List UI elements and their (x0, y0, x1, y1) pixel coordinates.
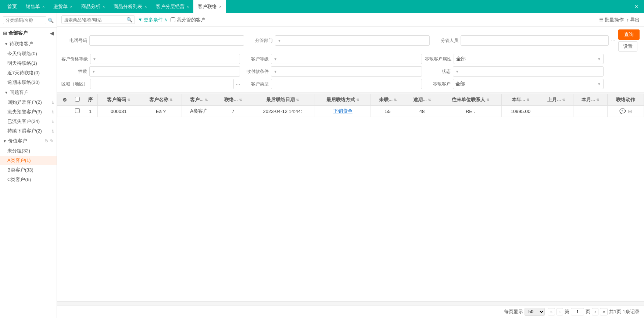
grid-icon: ⊞ (3, 31, 7, 36)
filter-nature-select[interactable]: ▼ (89, 66, 240, 77)
col-not-contacted[interactable]: 未联...⇅ (371, 94, 405, 106)
last-page-btn[interactable]: » (600, 308, 608, 315)
query-button[interactable]: 查询 (618, 29, 640, 40)
prev-page-btn[interactable]: ‹ (557, 308, 563, 315)
sidebar-search-icon[interactable]: 🔍 (48, 18, 54, 23)
row-checkbox[interactable] (75, 108, 80, 113)
sidebar-item-repurchase-abnormal[interactable]: 回购异常客户(2) ℹ (0, 98, 57, 107)
nav-product-analysis-list[interactable]: 商品分析列表 × (109, 0, 151, 13)
filter-region-input[interactable] (90, 79, 234, 89)
nav-sales-order-close[interactable]: × (42, 4, 44, 9)
edit-icon[interactable]: ✎ (50, 138, 54, 144)
sidebar-group-pending-contact[interactable]: ▼ 待联络客户 (0, 39, 57, 49)
col-contacts[interactable]: 联络...⇅ (216, 94, 250, 106)
nav-purchase-order-close[interactable]: × (70, 4, 72, 9)
filter-retail-customer-select[interactable]: 全部 ▼ (453, 79, 604, 89)
nav-customer-segmentation-close[interactable]: × (187, 4, 189, 9)
first-page-btn[interactable]: « (548, 308, 555, 315)
more-conditions-btn[interactable]: ▼ 更多条件 ∧ (138, 17, 168, 23)
filter-row-4: 区域（地区） ··· 客户类型 零散客户 全部 ▼ (61, 79, 640, 89)
filter-customer-type-input[interactable] (271, 79, 422, 89)
filter-region-dots[interactable]: ··· (236, 81, 240, 87)
sort-person-icon: ⇅ (486, 98, 489, 102)
action-more-icon[interactable]: ⊞ (628, 108, 632, 114)
col-last-contact-date[interactable]: 最后联络日期⇅ (250, 94, 315, 106)
filter-search-input[interactable] (64, 17, 126, 22)
collapse-all-customers-icon[interactable]: ◀ (50, 31, 54, 36)
sidebar-item-churn-warning[interactable]: 流失预警客户(3) ℹ (0, 107, 57, 117)
col-this-month[interactable]: 本月...⇅ (573, 94, 608, 106)
col-this-year[interactable]: 本年...⇅ (502, 94, 539, 106)
sidebar-item-tomorrow-contact[interactable]: 明天待联络(1) (0, 59, 57, 68)
nav-home[interactable]: 首页 (3, 0, 21, 13)
filter-retail-property-select[interactable]: 全部 ▼ (454, 54, 604, 64)
filter-manager-dots[interactable]: ··· (611, 38, 615, 43)
col-contact-person[interactable]: 往来单位联系人⇅ (439, 94, 501, 106)
filter-manager-label: 分管人员 (433, 38, 458, 44)
refresh-icon[interactable]: ↻ (45, 138, 49, 144)
filter-phone: 电话号码 (61, 35, 244, 46)
select-all-checkbox[interactable] (75, 97, 80, 102)
export-button[interactable]: ↑ 导出 (627, 17, 640, 23)
page-size-select[interactable]: 50 100 200 (525, 308, 545, 316)
sidebar-group-problem-customers[interactable]: ▼ 问题客户 (0, 87, 57, 98)
horizontal-scrollbar[interactable] (57, 301, 644, 305)
row-seq: 1 (83, 106, 98, 117)
filter-phone-label: 电话号码 (61, 38, 87, 44)
nav-product-analysis-close[interactable]: × (103, 4, 105, 9)
chevron-payment: ▼ (273, 70, 277, 74)
filter-payment-select[interactable]: ▼ (271, 66, 422, 77)
col-customer-name[interactable]: 客户名称⇅ (140, 94, 182, 106)
filter-phone-input[interactable] (89, 35, 244, 46)
filter-status-select[interactable]: ▼ (453, 66, 604, 77)
col-overdue[interactable]: 逾期...⇅ (405, 94, 439, 106)
sidebar-item-b-customers[interactable]: B类客户(33) (0, 165, 57, 175)
nav-customer-segmentation[interactable]: 客户分层经营 × (151, 0, 193, 13)
chevron-down-icon: ∧ (164, 17, 168, 22)
nav-purchase-order[interactable]: 进货单 × (49, 0, 76, 13)
next-page-btn[interactable]: › (592, 308, 598, 315)
sidebar-item-overdue-contact[interactable]: 逾期未联络(30) (0, 78, 57, 87)
sidebar-item-today-contact[interactable]: 今天待联络(0) (0, 49, 57, 59)
sidebar-search-input[interactable] (3, 16, 46, 24)
help-icon-4[interactable]: ℹ (52, 129, 54, 134)
help-icon-2[interactable]: ℹ (52, 110, 54, 114)
settings-button[interactable]: 设置 (618, 41, 637, 52)
filter-dept-select[interactable]: ▼ (275, 35, 430, 46)
my-customers-checkbox[interactable] (171, 17, 175, 22)
sidebar-item-ungrouped[interactable]: 未分组(32) (0, 146, 57, 156)
nav-customer-contact-close[interactable]: × (219, 4, 221, 9)
nav-close-all[interactable]: × (632, 3, 641, 10)
sidebar-group-value-customers[interactable]: ▼ 价值客户 ↻ ✎ (0, 136, 57, 146)
filter-region-label: 区域（地区） (61, 81, 88, 87)
sort-overdue-icon: ⇅ (428, 98, 431, 102)
sidebar-item-c-customers[interactable]: C类客户(6) (0, 175, 57, 184)
sidebar-search-wrap: 🔍 (0, 13, 57, 28)
help-icon-3[interactable]: ℹ (52, 119, 54, 124)
filter-price-level-select[interactable]: ▼ (90, 54, 240, 64)
sidebar-item-a-customers[interactable]: A类客户(1) (0, 156, 57, 165)
sidebar-item-7day-contact[interactable]: 近7天待联络(0) (0, 68, 57, 78)
row-last-contact-method[interactable]: 下销货单 (315, 106, 371, 117)
sort-name-icon: ⇅ (169, 98, 172, 102)
help-icon-1[interactable]: ℹ (52, 100, 54, 105)
nav-product-analysis-list-close[interactable]: × (144, 4, 147, 9)
batch-op-button[interactable]: ☰ 批量操作 (599, 17, 624, 23)
pagination-bar: 每页显示 50 100 200 « ‹ 第 页 › » 共1页 1条记录 (57, 305, 644, 318)
col-customer-type[interactable]: 客户...⇅ (182, 94, 216, 106)
action-message-icon[interactable]: 💬 (619, 108, 626, 114)
filter-search-icon[interactable]: 🔍 (126, 17, 132, 22)
row-this-month (573, 106, 608, 117)
filter-customer-level-select[interactable]: ▼ (271, 54, 422, 64)
col-last-contact-method[interactable]: 最后联络方式⇅ (315, 94, 371, 106)
filter-manager-input[interactable] (461, 35, 609, 46)
nav-sales-order[interactable]: 销售单 × (21, 0, 49, 13)
sidebar-item-declining-customers[interactable]: 持续下滑客户(2) ℹ (0, 126, 57, 136)
sidebar-item-lost-customers[interactable]: 已流失客户(24) ℹ (0, 117, 57, 126)
col-last-month[interactable]: 上月...⇅ (539, 94, 573, 106)
nav-customer-contact[interactable]: 客户联络 × (193, 0, 226, 13)
col-customer-code[interactable]: 客户编码⇅ (98, 94, 140, 106)
page-number-input[interactable] (571, 308, 584, 315)
col-settings[interactable]: ⚙ (57, 94, 72, 106)
nav-product-analysis[interactable]: 商品分析 × (77, 0, 109, 13)
